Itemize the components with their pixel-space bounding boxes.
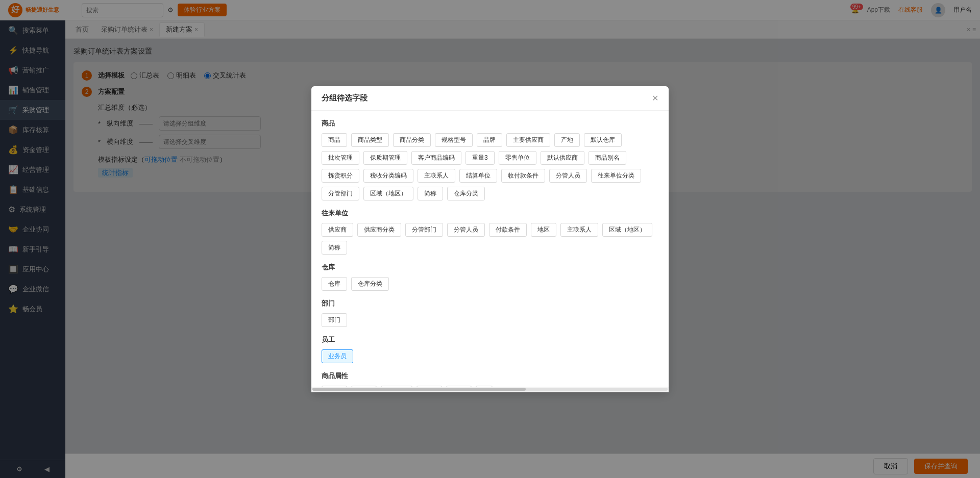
field-grid-dept: 部门 (322, 313, 658, 327)
field-tag[interactable]: 简称 (418, 187, 443, 200)
section-title-warehouse: 仓库 (322, 263, 658, 272)
field-grid-goods: 商品 商品类型 商品分类 规格型号 品牌 主要供应商 产地 默认仓库 批次管理 … (322, 133, 658, 200)
scrollbar-thumb (312, 388, 526, 391)
modal-close-button[interactable]: ✕ (652, 93, 658, 103)
field-tag[interactable]: 分管部门 (405, 223, 443, 237)
field-tag[interactable]: 保质期管理 (363, 151, 407, 165)
field-tag[interactable]: 默认仓库 (584, 133, 622, 147)
field-tag[interactable]: 品牌 (477, 133, 502, 147)
modal-body: 商品 商品 商品类型 商品分类 规格型号 品牌 主要供应商 产地 默认仓库 批次… (311, 111, 669, 387)
field-grid-warehouse: 仓库 仓库分类 (322, 277, 658, 291)
modal-overlay: 分组待选字段 ✕ 商品 商品 商品类型 商品分类 规格型号 品牌 主要供应商 产… (0, 0, 980, 478)
field-tag[interactable]: 仓库分类 (351, 277, 389, 291)
section-title-goods: 商品 (322, 119, 658, 128)
field-grid-partner: 供应商 供应商分类 分管部门 分管人员 付款条件 地区 主联系人 区域（地区） … (322, 223, 658, 255)
field-tag[interactable]: 主要供应商 (506, 133, 550, 147)
field-tag[interactable]: 分管人员 (447, 223, 485, 237)
field-tag[interactable]: 付款条件 (489, 223, 527, 237)
field-tag[interactable]: 默认供应商 (541, 151, 584, 165)
field-tag[interactable]: 仓库分类 (447, 187, 485, 200)
field-tag[interactable]: 主联系人 (418, 169, 455, 183)
field-tag[interactable]: 规格型号 (435, 133, 473, 147)
field-tag[interactable]: 区域（地区） (363, 187, 413, 200)
field-tag[interactable]: 零售单位 (499, 151, 536, 165)
field-tag[interactable]: 商品类型 (351, 133, 389, 147)
field-selection-modal: 分组待选字段 ✕ 商品 商品 商品类型 商品分类 规格型号 品牌 主要供应商 产… (311, 86, 669, 392)
scrollbar-track (312, 388, 668, 391)
field-tag[interactable]: 往来单位分类 (591, 169, 641, 183)
field-tag[interactable]: 税收分类编码 (363, 169, 413, 183)
section-title-dept: 部门 (322, 299, 658, 308)
field-tag[interactable]: 结算单位 (459, 169, 497, 183)
field-tag[interactable]: 批次管理 (322, 151, 359, 165)
field-tag[interactable]: 供应商分类 (357, 223, 401, 237)
field-tag[interactable]: 仓库 (322, 277, 347, 291)
section-title-staff: 员工 (322, 335, 658, 344)
modal-scrollbar[interactable] (311, 387, 669, 392)
field-tag[interactable]: 重量3 (465, 151, 495, 165)
field-tag[interactable]: 客户商品编码 (411, 151, 461, 165)
field-tag[interactable]: 分管部门 (322, 187, 359, 200)
field-tag[interactable]: 部门 (322, 313, 347, 327)
field-tag-business[interactable]: 业务员 (322, 349, 353, 363)
field-tag[interactable]: 拣货积分 (322, 169, 359, 183)
field-tag[interactable]: 产地 (554, 133, 580, 147)
section-title-attrs: 商品属性 (322, 371, 658, 381)
field-tag[interactable]: 地区 (531, 223, 556, 237)
field-tag[interactable]: 主联系人 (560, 223, 598, 237)
modal-title: 分组待选字段 (322, 93, 368, 103)
field-tag[interactable]: 商品 (322, 133, 347, 147)
field-grid-staff: 业务员 (322, 349, 658, 363)
section-title-partner: 往来单位 (322, 209, 658, 218)
field-tag[interactable]: 供应商 (322, 223, 353, 237)
field-tag[interactable]: 收付款条件 (501, 169, 545, 183)
modal-header: 分组待选字段 ✕ (311, 86, 669, 111)
field-tag[interactable]: 分管人员 (549, 169, 587, 183)
field-tag[interactable]: 区域（地区） (602, 223, 652, 237)
field-tag[interactable]: 商品分类 (393, 133, 431, 147)
field-tag[interactable]: 简称 (322, 241, 347, 255)
field-tag[interactable]: 商品别名 (589, 151, 626, 165)
